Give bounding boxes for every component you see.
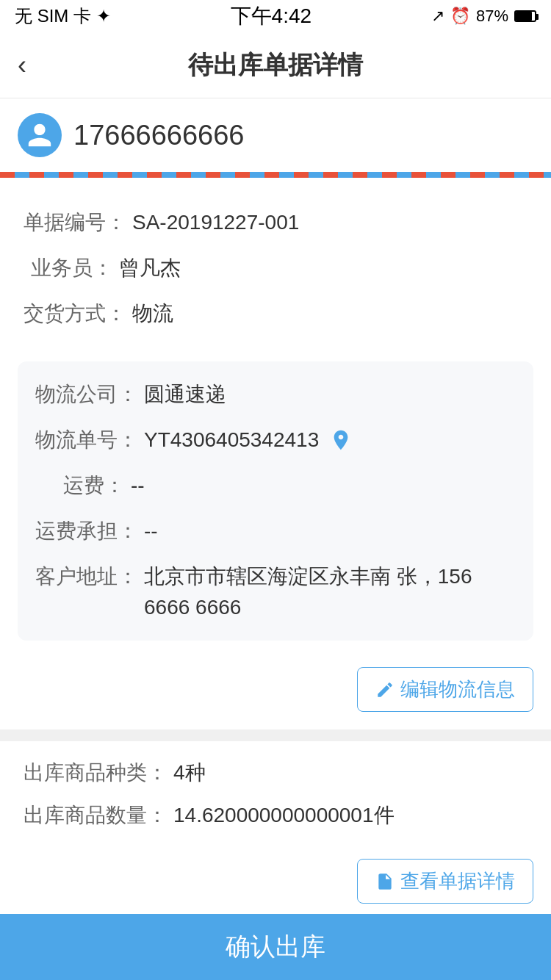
doc-detail-icon	[375, 872, 395, 891]
sim-status: 无 SIM 卡 ✦	[15, 4, 111, 28]
edit-logistics-wrapper: 编辑物流信息	[0, 655, 551, 729]
logistics-freight-value: --	[131, 470, 516, 501]
logistics-freight-bearer-label: 运费承担：	[35, 516, 144, 547]
logistics-freight-row: 运费： --	[35, 470, 516, 501]
goods-type-row: 出库商品种类： 4种	[24, 759, 527, 787]
tracking-number: YT4306405342413	[144, 425, 319, 455]
goods-type-value: 4种	[173, 759, 206, 787]
confirm-btn-label: 确认出库	[226, 930, 325, 964]
location-status-icon: ↗	[431, 7, 444, 26]
user-header: 17666666666	[0, 98, 551, 172]
goods-type-label: 出库商品种类：	[24, 759, 173, 787]
edit-logistics-button[interactable]: 编辑物流信息	[357, 667, 533, 712]
view-detail-label: 查看单据详情	[400, 868, 515, 894]
status-bar: 无 SIM 卡 ✦ 下午4:42 ↗ ⏰ 87%	[0, 0, 551, 32]
status-time: 下午4:42	[231, 2, 312, 30]
logistics-card: 物流公司： 圆通速递 物流单号： YT4306405342413 运费： -- …	[18, 361, 533, 641]
doc-number-label: 单据编号：	[24, 207, 132, 238]
dashed-divider	[0, 172, 551, 178]
goods-qty-row: 出库商品数量： 14.620000000000001件	[24, 801, 527, 829]
doc-number-row: 单据编号： SA-20191227-001	[24, 207, 527, 238]
view-detail-wrapper: 查看单据详情	[0, 847, 551, 921]
logistics-tracking-label: 物流单号：	[35, 425, 144, 455]
edit-logistics-label: 编辑物流信息	[400, 677, 515, 702]
salesperson-value: 曾凡杰	[119, 253, 527, 284]
view-detail-button[interactable]: 查看单据详情	[357, 859, 533, 904]
delivery-label: 交货方式：	[24, 298, 132, 329]
battery-icon	[514, 10, 536, 22]
status-left: 无 SIM 卡 ✦	[15, 4, 111, 28]
user-phone: 17666666666	[73, 120, 244, 151]
salesperson-row: 业务员： 曾凡杰	[24, 253, 527, 284]
logistics-address-label: 客户地址：	[35, 561, 144, 592]
alarm-icon: ⏰	[450, 7, 470, 26]
logistics-tracking-value: YT4306405342413	[144, 425, 516, 455]
delivery-row: 交货方式： 物流	[24, 298, 527, 329]
status-right: ↗ ⏰ 87%	[431, 7, 536, 26]
goods-qty-label: 出库商品数量：	[24, 801, 173, 829]
track-location-icon[interactable]	[328, 427, 354, 453]
section-divider-1	[0, 729, 551, 741]
logistics-company-value: 圆通速递	[144, 379, 516, 410]
nav-bar: ‹ 待出库单据详情	[0, 32, 551, 98]
logistics-freight-label: 运费：	[35, 470, 131, 501]
logistics-freight-bearer-value: --	[144, 516, 516, 547]
person-icon	[26, 121, 54, 149]
goods-section: 出库商品种类： 4种 出库商品数量： 14.620000000000001件 查…	[0, 741, 551, 921]
logistics-address-row: 客户地址： 北京市市辖区海淀区永丰南 张，156 6666 6666	[35, 561, 516, 623]
battery-text: 87%	[476, 7, 508, 26]
logistics-address-value: 北京市市辖区海淀区永丰南 张，156 6666 6666	[144, 561, 516, 623]
back-button[interactable]: ‹	[18, 50, 26, 81]
delivery-value: 物流	[132, 298, 527, 329]
logistics-company-row: 物流公司： 圆通速递	[35, 379, 516, 410]
avatar	[18, 113, 62, 157]
confirm-btn-wrapper[interactable]: 确认出库	[0, 914, 551, 980]
doc-info-section: 单据编号： SA-20191227-001 业务员： 曾凡杰 交货方式： 物流	[0, 190, 551, 347]
logistics-tracking-row: 物流单号： YT4306405342413	[35, 425, 516, 455]
logistics-freight-bearer-row: 运费承担： --	[35, 516, 516, 547]
goods-qty-value: 14.620000000000001件	[173, 801, 395, 829]
salesperson-label: 业务员：	[24, 253, 119, 284]
page-title: 待出库单据详情	[188, 48, 363, 82]
logistics-company-label: 物流公司：	[35, 379, 144, 410]
doc-number-value: SA-20191227-001	[132, 207, 527, 238]
edit-icon	[375, 680, 395, 699]
